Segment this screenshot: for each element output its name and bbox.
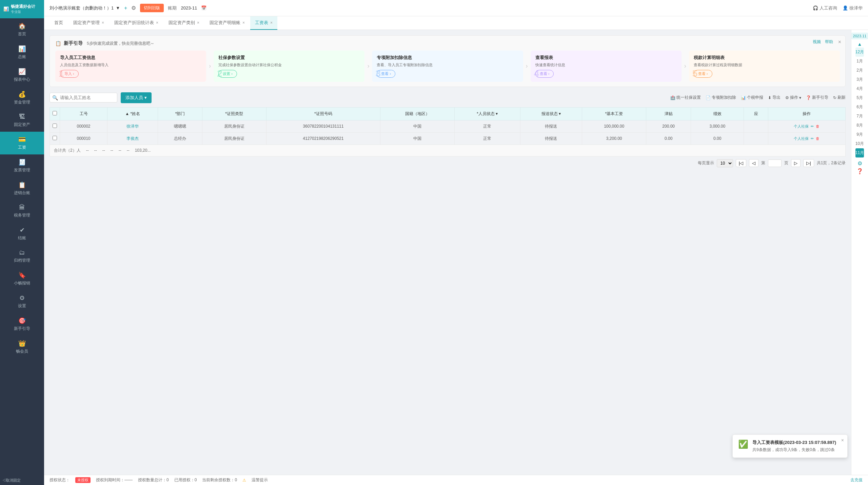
sidebar-label-结账: 结账 (18, 235, 26, 241)
month-item-1月[interactable]: 1月 (855, 57, 864, 66)
tab-close-btn[interactable]: × (197, 20, 199, 25)
month-item-4月[interactable]: 4月 (855, 84, 864, 93)
cancel-fixed-btn[interactable]: ◁取消固定 (0, 476, 44, 485)
add-company-btn[interactable]: + (124, 5, 127, 11)
search-input[interactable] (50, 93, 117, 102)
row-edit-btn[interactable]: ✏ (811, 124, 814, 129)
export-btn[interactable]: ⬇ 导出 (768, 95, 781, 100)
wizard-step-num-3: 3 (375, 68, 381, 79)
tab-label: 固定资产折旧统计表 (114, 20, 154, 26)
current-page-input[interactable]: 1 (768, 160, 782, 167)
sidebar-item-归档管理[interactable]: 🗂 归档管理 (0, 245, 44, 267)
row-checkbox[interactable] (50, 132, 60, 145)
row-name[interactable]: 徐泽华 (107, 120, 158, 132)
row-checkbox[interactable] (50, 120, 60, 132)
first-page-btn[interactable]: |◁ (736, 159, 746, 167)
video-link[interactable]: 视频 (813, 39, 821, 45)
tab-close-btn[interactable]: × (102, 20, 104, 25)
month-item-7月[interactable]: 7月 (855, 112, 864, 121)
right-panel-settings-icon[interactable]: ⚙ (857, 160, 862, 167)
tab-固定资产管理[interactable]: 固定资产管理× (68, 16, 109, 30)
tab-close-btn[interactable]: × (270, 20, 273, 25)
row-del-btn[interactable]: 🗑 (816, 136, 820, 141)
month-item-2月[interactable]: 2月 (855, 66, 864, 75)
row-edit-btn[interactable]: ✏ (811, 136, 814, 141)
company-selector[interactable]: 刘小艳演示账套（勿删勿动！）1 ▼ (50, 5, 120, 11)
month-item-5月[interactable]: 5月 (855, 93, 864, 102)
last-page-btn[interactable]: ▷| (803, 159, 814, 167)
month-item-12月[interactable]: 12月 (855, 48, 864, 57)
calendar-icon[interactable]: 📅 (201, 5, 206, 11)
special-deduction-btn[interactable]: 📄 专项附加扣除 (706, 95, 736, 100)
wizard-steps: 导入员工工资信息 人员信息及工资数据新增导入 导入 › 1 › 社保参数设置 完… (55, 51, 840, 82)
user-name: 徐泽华 (849, 5, 863, 11)
select-all-checkbox[interactable] (53, 111, 57, 115)
tab-固定资产类别[interactable]: 固定资产类别× (164, 16, 204, 30)
add-person-btn[interactable]: 添加人员 ▾ (121, 92, 152, 103)
help-link[interactable]: 帮助 (825, 39, 833, 45)
row-basic-salary: 100,000.00 (582, 120, 646, 132)
tab-close-btn[interactable]: × (242, 20, 245, 25)
tab-工资表[interactable]: 工资表× (250, 16, 277, 30)
tab-close-btn[interactable]: × (156, 20, 158, 25)
row-name[interactable]: 李俊杰 (107, 132, 158, 145)
toast-close-btn[interactable]: × (841, 437, 844, 443)
next-page-btn[interactable]: ▷ (791, 159, 801, 167)
right-panel-up-arrow[interactable]: ▲ (857, 41, 863, 48)
per-page-select[interactable]: 10 20 50 (717, 159, 733, 167)
prev-page-btn[interactable]: ◁ (749, 159, 758, 167)
tab-首页[interactable]: 首页 (50, 16, 68, 30)
table-footer: 合计共（2）人 -- -- -- -- -- -- 103,20... (50, 145, 846, 156)
sidebar-item-工资[interactable]: 💳 工资 (0, 132, 44, 154)
month-item-8月[interactable]: 8月 (855, 121, 864, 130)
sidebar-item-小畅报销[interactable]: 🔖 小畅报销 (0, 267, 44, 290)
select-all-col[interactable] (50, 107, 60, 120)
sidebar-item-报表中心[interactable]: 📈 报表中心 (0, 64, 44, 87)
row-allowance: 200.00 (646, 120, 691, 132)
sidebar-item-发票管理[interactable]: 🧾 发票管理 (0, 154, 44, 177)
col-dept: *部门 (158, 107, 202, 120)
company-dropdown-icon[interactable]: ▼ (116, 5, 120, 11)
switch-version-btn[interactable]: 切到旧版 (140, 4, 164, 12)
wizard-guide-btn[interactable]: ❓ 新手引导 (806, 95, 828, 100)
month-item-9月[interactable]: 9月 (855, 130, 864, 139)
consultant-btn[interactable]: 🎧 人工咨询 (813, 5, 837, 11)
refresh-btn[interactable]: ↻ 刷新 (833, 95, 846, 100)
charge-link[interactable]: 去充值 (850, 477, 863, 483)
wizard-guide: 📋 新手引导 5步快速完成设置，快去完善信息吧～ 视频 帮助 × 导入员工工资信… (50, 35, 846, 87)
sidebar-item-新手引导[interactable]: 🎯 新手引导 (0, 313, 44, 336)
sidebar-item-首页[interactable]: 🏠 首页 (0, 18, 44, 41)
operation-btn[interactable]: ⚙ 操作 ▾ (785, 95, 801, 100)
tax-report-btn[interactable]: 📊 个税申报 (741, 95, 763, 100)
right-panel-help-icon[interactable]: ❓ (856, 168, 863, 174)
sidebar-item-结账[interactable]: ✔ 结账 (0, 222, 44, 245)
month-item-3月[interactable]: 3月 (855, 75, 864, 84)
month-item-11月[interactable]: 11月 (855, 148, 864, 157)
sidebar-item-资金管理[interactable]: 💰 资金管理 (0, 87, 44, 109)
sidebar-icon-总账: 📊 (18, 45, 26, 53)
sidebar-item-进销台账[interactable]: 📋 进销台账 (0, 177, 44, 200)
social-insurance-btn[interactable]: 🏥 统一社保设置 (670, 95, 701, 100)
row-social-btn[interactable]: 个人社保 (794, 124, 809, 129)
tab-固定资产折旧统计表[interactable]: 固定资产折旧统计表× (110, 16, 163, 30)
user-btn[interactable]: 👤 徐泽华 (843, 5, 863, 11)
wizard-close-btn[interactable]: × (838, 39, 841, 45)
name-link[interactable]: 徐泽华 (126, 124, 139, 129)
tab-固定资产明细账[interactable]: 固定资产明细账× (205, 16, 250, 30)
row-del-btn[interactable]: 🗑 (816, 124, 820, 128)
sidebar-item-税务管理[interactable]: 🏛 税务管理 (0, 200, 44, 222)
sidebar-item-总账[interactable]: 📊 总账 (0, 41, 44, 64)
settings-icon[interactable]: ⚙ (131, 5, 136, 11)
col-should: 应 (744, 107, 768, 120)
sidebar-item-设置[interactable]: ⚙ 设置 (0, 290, 44, 313)
row-social-btn[interactable]: 个人社保 (794, 136, 809, 141)
col-report-status[interactable]: 报送状态 ▾ (520, 107, 582, 120)
month-item-10月[interactable]: 10月 (855, 139, 864, 148)
col-name[interactable]: ▲ *姓名 (107, 107, 158, 120)
col-status[interactable]: *人员状态 ▾ (454, 107, 520, 120)
sidebar-item-畅会员[interactable]: 👑 畅会员 (0, 336, 44, 358)
sidebar-item-固定资产[interactable]: 🏗 固定资产 (0, 109, 44, 132)
op-icon: ⚙ (785, 95, 789, 100)
month-item-6月[interactable]: 6月 (855, 102, 864, 112)
name-link[interactable]: 李俊杰 (126, 136, 139, 141)
